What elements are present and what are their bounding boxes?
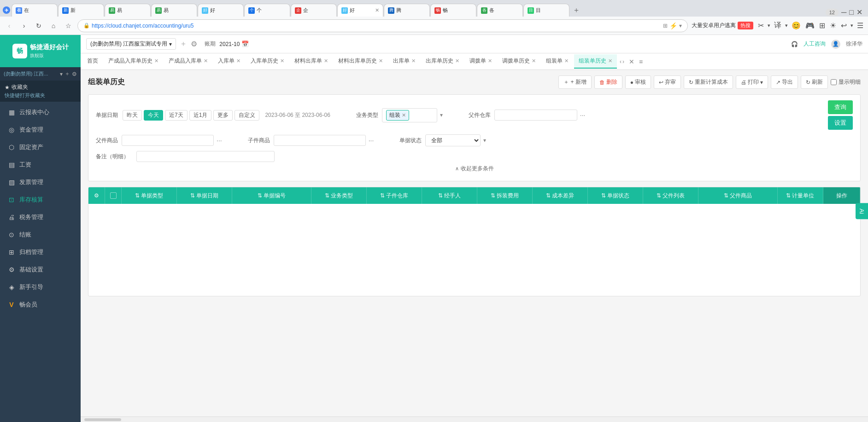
page-tab-close-allocate-history[interactable]: ✕ xyxy=(532,58,536,64)
horizontal-scrollbar[interactable] xyxy=(84,418,121,421)
parent-warehouse-input[interactable] xyxy=(494,110,577,121)
th-unit[interactable]: ⇅ 计量单位 xyxy=(778,187,823,204)
th-biz[interactable]: ⇅ 业务类型 xyxy=(311,187,367,204)
delete-button[interactable]: 🗑 删除 xyxy=(594,75,622,89)
th-date[interactable]: ⇅ 单据日期 xyxy=(177,187,232,204)
th-status[interactable]: ⇅ 单据状态 xyxy=(588,187,643,204)
tab-menu-more[interactable]: ≡ xyxy=(637,58,645,65)
sidebar-item-finance[interactable]: ◎ 资金管理 xyxy=(0,121,81,139)
sidebar-item-payroll[interactable]: ▤ 工资 xyxy=(0,156,81,173)
back-button[interactable]: ‹ xyxy=(4,20,15,31)
biz-type-dropdown[interactable]: ▾ xyxy=(440,112,443,118)
tab-2[interactable]: 新 新 xyxy=(58,4,104,17)
home-button[interactable]: ⌂ xyxy=(48,20,59,31)
page-tab-produce-in[interactable]: 产成品入库单 ✕ xyxy=(164,54,212,69)
ai-side-button[interactable]: Ai xyxy=(856,203,868,220)
tab-close-all[interactable]: ✕ xyxy=(627,58,636,65)
biz-type-tag-close[interactable]: ✕ xyxy=(402,112,406,118)
sidebar-item-invoice[interactable]: ▨ 发票管理 xyxy=(0,173,81,191)
menu-icon[interactable]: ☰ xyxy=(856,20,864,31)
page-tab-close-assembly[interactable]: ✕ xyxy=(564,58,569,64)
tab-12[interactable]: 目 目 xyxy=(523,4,569,17)
page-tab-close-produce-in-history[interactable]: ✕ xyxy=(154,58,158,64)
page-tab-close-in-order[interactable]: ✕ xyxy=(236,58,240,64)
tab-7[interactable]: 企 企 xyxy=(291,4,337,17)
sidebar-item-settle[interactable]: ⊙ 结账 xyxy=(0,226,81,243)
date-yesterday[interactable]: 昨天 xyxy=(123,110,142,121)
note-input[interactable] xyxy=(136,151,275,162)
tab-11[interactable]: 各 各 xyxy=(477,4,523,17)
parent-warehouse-more[interactable]: ··· xyxy=(580,111,586,119)
th-no[interactable]: ⇅ 单据编号 xyxy=(232,187,311,204)
sidebar-item-vip[interactable]: V 畅会员 xyxy=(0,296,81,313)
page-tab-close-in-history[interactable]: ✕ xyxy=(280,58,284,64)
maximize-button[interactable]: □ xyxy=(849,8,854,17)
abandon-button[interactable]: ↩ 弃审 xyxy=(654,75,681,89)
page-tab-close-assembly-history[interactable]: ✕ xyxy=(608,58,612,64)
th-checkbox[interactable] xyxy=(105,187,122,204)
human-service-text[interactable]: 人工咨询 xyxy=(803,40,826,48)
filter-settings-button[interactable]: 设置 xyxy=(828,116,853,130)
export-button[interactable]: ↗ 导出 xyxy=(771,75,798,89)
tab-8-close[interactable]: ✕ xyxy=(375,7,379,13)
th-handler[interactable]: ⇅ 经手人 xyxy=(422,187,477,204)
hot-label[interactable]: 热搜 xyxy=(738,22,753,29)
minimize-button[interactable]: ─ xyxy=(841,8,846,17)
undo-icon[interactable]: ↩ xyxy=(840,20,848,31)
page-tab-produce-in-history[interactable]: 产成品入库单历史 ✕ xyxy=(104,54,163,69)
query-button[interactable]: 查询 xyxy=(828,100,853,114)
dropdown-icon[interactable]: ▾ xyxy=(679,23,682,29)
recalculate-button[interactable]: ↻ 重新计算成本 xyxy=(684,75,733,89)
parent-goods-input[interactable] xyxy=(122,135,214,146)
review-button[interactable]: ● 审核 xyxy=(625,75,651,89)
address-input[interactable]: 🔒 https://cloud.chanjet.com/accounting/u… xyxy=(77,19,688,32)
qr-icon[interactable]: ⊞ xyxy=(663,23,668,29)
date-today[interactable]: 今天 xyxy=(144,110,163,121)
collapse-bar[interactable]: ∧ 收起更多条件 xyxy=(96,162,853,175)
company-settings[interactable]: ⚙ xyxy=(72,71,77,77)
date-more[interactable]: 更多 xyxy=(213,110,233,121)
tab-4[interactable]: 易 易 xyxy=(151,4,197,17)
page-tab-out-order[interactable]: 出库单 ✕ xyxy=(388,54,420,69)
column-settings-icon[interactable]: ⚙ xyxy=(94,192,99,199)
sidebar-item-assets[interactable]: ⬡ 固定资产 xyxy=(0,139,81,156)
translate-dropdown[interactable]: ▾ xyxy=(785,23,788,29)
tab-9[interactable]: 腾 腾 xyxy=(384,4,430,17)
company-selector[interactable]: (勿删勿禁用) 江西服宝测试专用 ▾ xyxy=(86,38,176,50)
tab-next-arrow[interactable]: › xyxy=(622,58,624,65)
page-tab-close-material-out[interactable]: ✕ xyxy=(324,58,328,64)
biz-type-input-area[interactable]: 组装 ✕ xyxy=(382,108,437,122)
page-tab-in-order[interactable]: 入库单 ✕ xyxy=(213,54,245,69)
page-tab-allocate[interactable]: 调拨单 ✕ xyxy=(465,54,497,69)
lightning-icon[interactable]: ⚡ xyxy=(669,22,677,29)
th-disassemble[interactable]: ⇅ 拆装费用 xyxy=(477,187,533,204)
translate-icon[interactable]: 译 xyxy=(773,20,782,31)
th-settings[interactable]: ⚙ xyxy=(88,187,105,204)
calendar-icon[interactable]: 📅 xyxy=(241,40,249,47)
tab-1[interactable]: 在 在 xyxy=(12,4,58,17)
order-status-select[interactable]: 全部 草稿 已审核 xyxy=(425,134,481,146)
page-tab-material-out-history[interactable]: 材料出库单历史 ✕ xyxy=(334,54,387,69)
add-company[interactable]: ＋ xyxy=(65,70,70,78)
tab-8[interactable]: 好 好 ✕ xyxy=(337,4,383,17)
show-detail-checkbox[interactable]: 显示明细 xyxy=(831,78,861,86)
page-tab-home[interactable]: 首页 xyxy=(82,54,103,69)
sidebar-item-inventory[interactable]: ⊡ 库存核算 xyxy=(0,191,81,208)
close-button[interactable]: ✕ xyxy=(856,8,862,17)
sidebar-item-guide[interactable]: ◈ 新手引导 xyxy=(0,278,81,296)
refresh-button[interactable]: ↻ 刷新 xyxy=(801,75,828,89)
page-tab-close-out-history[interactable]: ✕ xyxy=(455,58,459,64)
tab-3[interactable]: 易 易 xyxy=(105,4,151,17)
page-tab-close-produce-in[interactable]: ✕ xyxy=(204,58,208,64)
emoji-icon[interactable]: 😊 xyxy=(791,20,802,31)
child-goods-input[interactable] xyxy=(274,135,366,146)
print-dropdown[interactable]: ▾ xyxy=(760,79,763,86)
tab-5[interactable]: 好 好 xyxy=(198,4,244,17)
page-tab-assembly-history[interactable]: 组装单历史 ✕ xyxy=(574,54,617,69)
reload-button[interactable]: ↻ xyxy=(33,20,44,31)
sidebar-item-tax[interactable]: 🖨 税务管理 xyxy=(0,208,81,226)
date-custom[interactable]: 自定义 xyxy=(235,110,259,121)
game-icon[interactable]: 🎮 xyxy=(804,20,815,31)
print-button[interactable]: 🖨 打印 ▾ xyxy=(736,75,768,89)
undo-dropdown[interactable]: ▾ xyxy=(850,23,853,29)
